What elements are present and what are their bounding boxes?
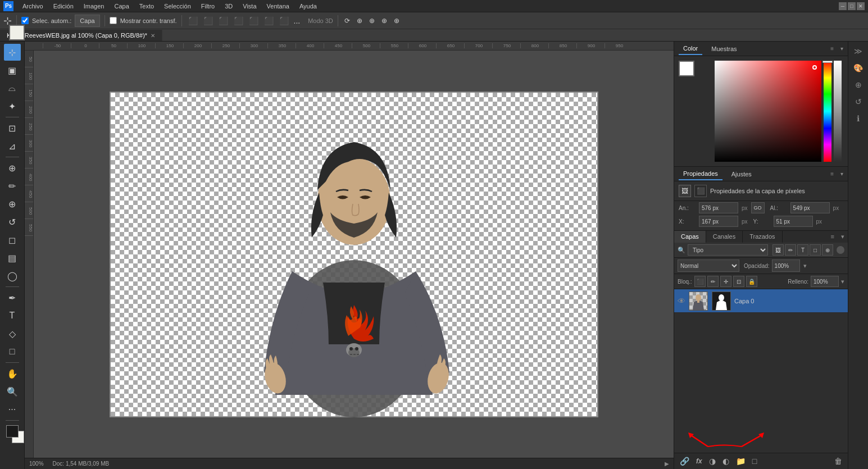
lock-position-btn[interactable]: ✛ <box>720 276 731 287</box>
layer-effects-btn[interactable]: fx <box>694 456 705 466</box>
muestras-tab[interactable]: Muestras <box>707 43 741 54</box>
propiedades-tab[interactable]: Propiedades <box>679 168 722 180</box>
hand-tool[interactable]: ✋ <box>4 365 21 382</box>
auto-select-checkbox[interactable] <box>21 17 29 24</box>
eyedropper-tool[interactable]: ⊿ <box>4 138 21 154</box>
lock-pixels-btn[interactable]: ⬛ <box>694 276 706 287</box>
gradient-tool[interactable]: ▤ <box>4 249 21 266</box>
color-panel-arrow[interactable]: ▾ <box>840 45 843 52</box>
lock-paint-btn[interactable]: ✏ <box>707 276 719 287</box>
lasso-tool[interactable]: ⌓ <box>4 80 21 97</box>
y-input[interactable] <box>774 216 813 227</box>
text-tool[interactable]: T <box>4 307 21 324</box>
menu-texto[interactable]: Texto <box>135 2 158 11</box>
canvas-container[interactable] <box>34 51 674 458</box>
align-left-icon[interactable]: ⬛ <box>187 16 199 25</box>
mini-adjust-icon[interactable]: ⊕ <box>851 78 866 92</box>
selection-tool[interactable]: ▣ <box>4 62 21 79</box>
menu-capa[interactable]: Capa <box>110 2 133 11</box>
menu-seleccion[interactable]: Selección <box>160 2 196 11</box>
mini-color-icon[interactable]: 🎨 <box>851 61 866 75</box>
shape-tool[interactable]: □ <box>4 343 21 360</box>
link-layers-btn[interactable]: 🔗 <box>678 456 692 467</box>
show-transform-checkbox[interactable] <box>110 17 117 24</box>
menu-edicion[interactable]: Edición <box>49 2 78 11</box>
x-input[interactable] <box>699 216 738 227</box>
mode-3d-btn1[interactable]: ⟳ <box>343 17 352 25</box>
layers-type-filter[interactable]: Tipo <box>688 244 768 256</box>
menu-imagen[interactable]: Imagen <box>79 2 109 11</box>
maximize-button[interactable]: □ <box>848 2 856 10</box>
align-right-icon[interactable]: ⬛ <box>217 16 230 25</box>
layers-filter-toggle[interactable] <box>837 246 844 254</box>
opacity-input[interactable] <box>772 259 800 272</box>
new-group-btn[interactable]: 📁 <box>734 456 748 467</box>
filter-shape-icon[interactable]: □ <box>810 244 821 256</box>
minimize-button[interactable]: ─ <box>839 2 847 10</box>
mini-info-icon[interactable]: ℹ <box>851 111 866 126</box>
align-top-icon[interactable]: ⬛ <box>247 16 260 25</box>
capas-tab[interactable]: Capas <box>674 231 706 243</box>
foreground-color[interactable] <box>6 425 19 438</box>
crop-tool[interactable]: ⊡ <box>4 120 21 136</box>
clone-tool[interactable]: ⊕ <box>4 195 21 212</box>
fg-swatch[interactable] <box>679 61 694 76</box>
blend-mode-select[interactable]: Normal <box>678 259 739 272</box>
new-layer-btn[interactable]: □ <box>750 456 759 467</box>
delete-layer-btn[interactable]: 🗑 <box>832 456 844 467</box>
go-button[interactable]: GO <box>751 202 765 213</box>
tab-close-icon[interactable]: ✕ <box>151 33 155 39</box>
dodge-tool[interactable]: ◯ <box>4 267 21 284</box>
trazados-tab[interactable]: Trazados <box>743 231 782 243</box>
color-panel-collapse[interactable]: ≡ <box>830 45 834 52</box>
lock-all-btn[interactable]: 🔒 <box>746 276 757 287</box>
menu-vista[interactable]: Vista <box>238 2 261 11</box>
filter-text-icon[interactable]: T <box>797 244 808 256</box>
layer-visibility-icon[interactable]: 👁 <box>678 297 685 306</box>
canales-tab[interactable]: Canales <box>706 231 743 243</box>
capa-dropdown[interactable]: Capa <box>75 15 99 27</box>
align-bottom-icon[interactable]: ⬛ <box>278 16 290 25</box>
more-tools-btn[interactable]: ··· <box>4 401 21 418</box>
more-options-icon[interactable]: ... <box>294 16 301 25</box>
adjustment-layer-btn[interactable]: ◐ <box>720 456 731 467</box>
align-h-icon[interactable]: ⬛ <box>232 16 245 25</box>
align-center-icon[interactable]: ⬛ <box>202 16 215 25</box>
opacity-arrow[interactable]: ▾ <box>803 262 807 270</box>
menu-3d[interactable]: 3D <box>220 2 237 11</box>
menu-filtro[interactable]: Filtro <box>197 2 219 11</box>
path-tool[interactable]: ◇ <box>4 325 21 342</box>
brush-tool[interactable]: ✏ <box>4 177 21 194</box>
magic-wand-tool[interactable]: ✦ <box>4 98 21 115</box>
zoom-tool[interactable]: 🔍 <box>4 383 21 400</box>
mini-panel-btn1[interactable]: ≫ <box>851 44 866 58</box>
eraser-tool[interactable]: ◻ <box>4 231 21 248</box>
align-v-icon[interactable]: ⬛ <box>262 16 275 25</box>
add-mask-btn[interactable]: ◑ <box>707 456 718 467</box>
color-gradient[interactable] <box>715 61 821 162</box>
layers-panel-arrow[interactable]: ▾ <box>838 231 848 243</box>
layer-item-capa0[interactable]: 👁 <box>674 289 848 313</box>
alpha-slider[interactable] <box>834 61 842 162</box>
width-input[interactable] <box>699 202 738 213</box>
filter-smart-icon[interactable]: ⊕ <box>822 244 833 256</box>
menu-ayuda[interactable]: Ayuda <box>295 2 321 11</box>
filter-adj-icon[interactable]: ✏ <box>785 244 796 256</box>
pen-tool[interactable]: ✒ <box>4 289 21 306</box>
menu-archivo[interactable]: Archivo <box>18 2 48 11</box>
height-input[interactable] <box>790 202 830 213</box>
mode-3d-btn3[interactable]: ⊕ <box>367 17 376 25</box>
history-tool[interactable]: ↺ <box>4 213 21 230</box>
color-tab[interactable]: Color <box>679 43 702 55</box>
mode-3d-btn2[interactable]: ⊕ <box>355 17 364 25</box>
mode-3d-btn4[interactable]: ⊕ <box>380 17 389 25</box>
fill-arrow[interactable]: ▾ <box>841 278 844 285</box>
lock-artboard-btn[interactable]: ⊡ <box>733 276 744 287</box>
layers-panel-menu[interactable]: ≡ <box>828 231 838 243</box>
props-arrow[interactable]: ▾ <box>840 171 843 177</box>
props-collapse[interactable]: ≡ <box>830 171 834 177</box>
close-button[interactable]: ✕ <box>857 2 865 10</box>
mode-3d-btn5[interactable]: ⊕ <box>392 17 401 25</box>
fill-input[interactable] <box>811 276 839 287</box>
move-tool[interactable]: ⊹ <box>4 44 21 61</box>
